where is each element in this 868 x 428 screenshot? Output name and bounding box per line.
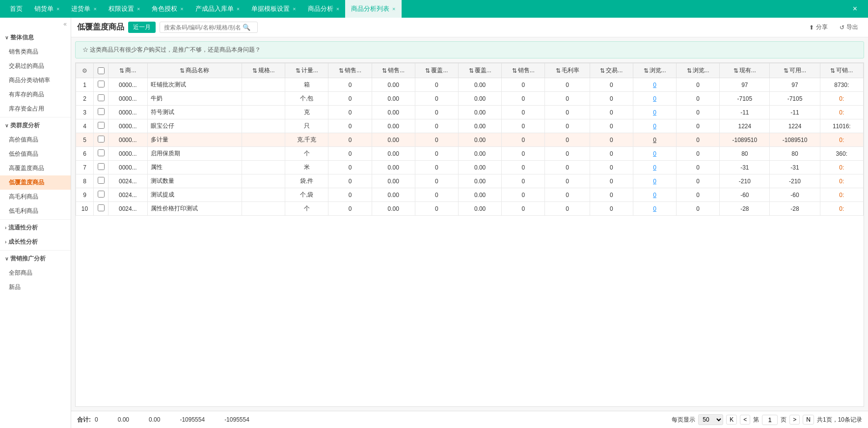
close-icon[interactable]: × — [56, 6, 59, 12]
row-select-checkbox[interactable] — [98, 136, 105, 143]
column-header-unit[interactable]: ⇅ 计量... — [285, 63, 328, 78]
column-header-sales3[interactable]: ⇅ 销售... — [502, 63, 545, 78]
sidebar-item-traded-goods[interactable]: 交易过的商品 — [0, 59, 71, 73]
column-header-transaction[interactable]: ⇅ 交易... — [590, 63, 633, 78]
column-header-cov2[interactable]: ⇅ 覆盖... — [458, 63, 501, 78]
sidebar-item-high-coverage[interactable]: 高覆盖度商品 — [0, 161, 71, 175]
sidebar-item-high-margin[interactable]: 高毛利商品 — [0, 190, 71, 204]
column-header-available[interactable]: ⇅ 可用... — [770, 63, 820, 78]
column-header-sales-amt[interactable]: ⇅ 销售... — [372, 63, 415, 78]
row-checkbox[interactable] — [94, 188, 108, 202]
close-icon[interactable]: × — [293, 6, 296, 12]
row-checkbox[interactable] — [94, 106, 108, 119]
page-number-input[interactable] — [762, 415, 778, 425]
close-icon[interactable]: × — [180, 6, 183, 12]
row-select-checkbox[interactable] — [98, 191, 105, 198]
column-header-cov1[interactable]: ⇅ 覆盖... — [415, 63, 458, 78]
sidebar-collapse-button[interactable]: « — [0, 18, 71, 30]
close-icon[interactable]: × — [392, 6, 395, 12]
row-browse1[interactable]: 0 — [633, 188, 676, 202]
column-header-browse2[interactable]: ⇅ 浏览... — [677, 63, 720, 78]
column-header-browse1[interactable]: ⇅ 浏览... — [633, 63, 676, 78]
nav-product-inbound[interactable]: 产成品入库单 × — [190, 0, 245, 18]
column-header-sales-qty[interactable]: ⇅ 销售... — [328, 63, 372, 78]
search-icon[interactable]: 🔍 — [243, 24, 250, 31]
row-checkbox[interactable] — [94, 147, 108, 161]
column-header-spec[interactable]: ⇅ 规格... — [242, 63, 285, 78]
row-select-checkbox[interactable] — [98, 204, 105, 211]
prev-page-button[interactable]: < — [740, 415, 750, 425]
row-browse1[interactable]: 0 — [633, 92, 676, 106]
row-browse1[interactable]: 0 — [633, 161, 676, 174]
last-page-button[interactable]: N — [803, 415, 814, 425]
sidebar-item-all-goods[interactable]: 全部商品 — [0, 266, 71, 280]
row-select-checkbox[interactable] — [98, 108, 105, 115]
sidebar-item-high-value[interactable]: 高价值商品 — [0, 133, 71, 147]
select-all-checkbox[interactable] — [98, 67, 105, 74]
row-select-checkbox[interactable] — [98, 81, 105, 87]
row-current-stock: -28 — [720, 202, 770, 216]
nav-role[interactable]: 角色授权 × — [146, 0, 189, 18]
export-button[interactable]: ↺ 导出 — [836, 22, 862, 33]
time-filter-button[interactable]: 近一月 — [128, 22, 156, 33]
column-header-name[interactable]: ⇅ 商品名称 — [147, 63, 242, 78]
row-checkbox[interactable] — [94, 133, 108, 147]
window-close-button[interactable]: × — [846, 4, 864, 13]
sidebar-section-cluster[interactable]: ∨ 类群度分析 — [0, 118, 71, 133]
page-size-select[interactable]: 50 100 200 — [698, 414, 723, 425]
row-select-checkbox[interactable] — [98, 163, 105, 170]
row-select-checkbox[interactable] — [98, 177, 105, 184]
row-checkbox[interactable] — [94, 174, 108, 188]
nav-home[interactable]: 首页 — [4, 0, 28, 18]
search-input[interactable] — [164, 24, 243, 31]
sidebar-item-sales-goods[interactable]: 销售类商品 — [0, 45, 71, 59]
row-browse1[interactable]: 0 — [633, 78, 676, 92]
sidebar-section-marketing[interactable]: ∨ 营销推广分析 — [0, 252, 71, 266]
sidebar-section-overview[interactable]: ∨ 整体信息 — [0, 30, 71, 45]
sidebar-section-liquidity[interactable]: › 流通性分析 — [0, 221, 71, 235]
close-icon[interactable]: × — [237, 6, 240, 12]
close-icon[interactable]: × — [93, 6, 96, 12]
row-checkbox[interactable] — [94, 92, 108, 106]
close-icon[interactable]: × — [137, 6, 140, 12]
row-select-checkbox[interactable] — [98, 149, 105, 156]
row-checkbox[interactable] — [94, 78, 108, 92]
row-browse1[interactable]: 0 — [633, 174, 676, 188]
row-checkbox[interactable] — [94, 161, 108, 174]
column-header-saleable[interactable]: ⇅ 可销... — [820, 63, 863, 78]
first-page-button[interactable]: K — [726, 415, 737, 425]
share-button[interactable]: ⬆ 分享 — [805, 22, 832, 33]
sidebar-section-growth[interactable]: › 成长性分析 — [0, 235, 71, 249]
next-page-button[interactable]: > — [789, 415, 800, 425]
row-browse1[interactable]: 0 — [633, 202, 676, 216]
nav-permission[interactable]: 权限设置 × — [103, 0, 146, 18]
nav-sales-order[interactable]: 销货单 × — [28, 0, 65, 18]
column-header-gross-rate[interactable]: ⇅ 毛利率 — [545, 63, 590, 78]
sidebar-item-low-coverage[interactable]: 低覆盖度商品 — [0, 175, 71, 190]
row-browse1[interactable]: 0 — [633, 133, 676, 147]
row-select-checkbox[interactable] — [98, 122, 105, 129]
sidebar-item-stock-goods[interactable]: 有库存的商品 — [0, 87, 71, 102]
sidebar-item-new-goods[interactable]: 新品 — [0, 280, 71, 294]
sidebar-item-stock-capital[interactable]: 库存资金占用 — [0, 102, 71, 116]
column-header-settings[interactable]: ⚙ — [76, 63, 94, 78]
column-header-current-stock[interactable]: ⇅ 现有... — [720, 63, 770, 78]
row-saleable: 11016: — [820, 119, 863, 133]
close-icon[interactable]: × — [336, 6, 339, 12]
nav-purchase-order[interactable]: 进货单 × — [65, 0, 102, 18]
sidebar-item-low-value[interactable]: 低价值商品 — [0, 147, 71, 161]
column-header-checkbox[interactable] — [94, 63, 108, 78]
column-header-code[interactable]: ⇅ 商... — [108, 63, 148, 78]
nav-product-analysis[interactable]: 商品分析 × — [302, 0, 345, 18]
row-browse1[interactable]: 0 — [633, 119, 676, 133]
sidebar-item-low-margin[interactable]: 低毛利商品 — [0, 204, 71, 218]
nav-template[interactable]: 单据模板设置 × — [245, 0, 301, 18]
sidebar-item-category-rate[interactable]: 商品分类动销率 — [0, 73, 71, 87]
row-checkbox[interactable] — [94, 202, 108, 216]
row-select-checkbox[interactable] — [98, 94, 105, 101]
row-browse1[interactable]: 0 — [633, 106, 676, 119]
nav-product-analysis-list[interactable]: 商品分析列表 × — [345, 0, 401, 18]
row-checkbox[interactable] — [94, 119, 108, 133]
data-table-container[interactable]: ⚙ ⇅ 商... ⇅ 商品名称 ⇅ 规格... ⇅ 计量... ⇅ 销售... … — [75, 62, 864, 407]
row-browse1[interactable]: 0 — [633, 147, 676, 161]
